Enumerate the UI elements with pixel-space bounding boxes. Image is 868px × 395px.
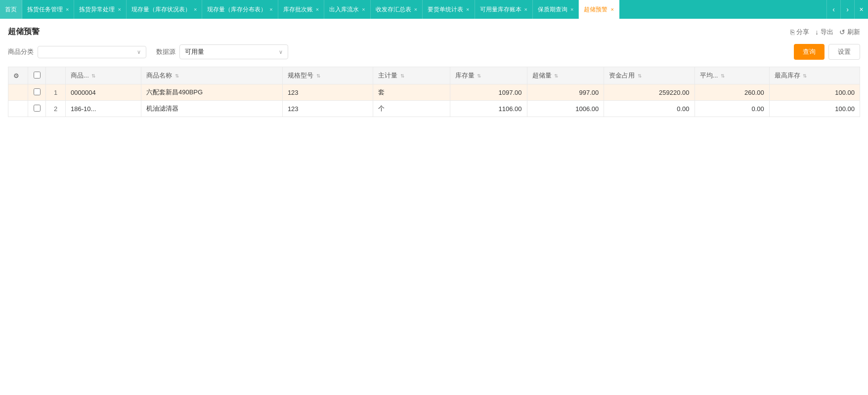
nav-in-out-flow[interactable]: 出入库流水 × (324, 0, 370, 19)
table-body: 1 0000004 六配套新昌490BPG 123 套 1097.00 997.… (8, 84, 860, 117)
close-stock-dist-icon[interactable]: × (269, 6, 272, 12)
row-overstock-qty: 1006.00 (527, 101, 604, 117)
nav-recv-summary[interactable]: 收发存汇总表 × (371, 0, 423, 19)
row-product-name: 机油滤清器 (141, 101, 282, 117)
nav-in-out-flow-label: 出入库流水 (329, 5, 359, 14)
th-product-name[interactable]: 商品名称 ⇅ (141, 67, 282, 84)
th-capital-occupied[interactable]: 资金占用 ⇅ (604, 67, 694, 84)
th-overstock-qty[interactable]: 超储量 ⇅ (527, 67, 604, 84)
close-in-out-flow-icon[interactable]: × (362, 6, 365, 12)
settings-button[interactable]: 设置 (828, 44, 860, 60)
row-product-name: 六配套新昌490BPG (141, 84, 282, 101)
row-checkbox-cell[interactable] (28, 101, 46, 117)
data-table: ⚙ 商品... ⇅ 商品名称 ⇅ 规格型号 ⇅ (8, 67, 860, 117)
nav-stock-status[interactable]: 现存量（库存状况表） × (127, 0, 202, 19)
nav-task-mgmt[interactable]: 拣货任务管理 × (22, 0, 74, 19)
nav-avail-ledger[interactable]: 可用量库存账本 × (475, 0, 533, 19)
th-max-stock-label: 最高库存 (775, 72, 800, 79)
th-overstock-qty-label: 超储量 (532, 72, 552, 79)
row-avg: 0.00 (694, 101, 769, 117)
row-spec: 123 (282, 101, 373, 117)
table-header-row: ⚙ 商品... ⇅ 商品名称 ⇅ 规格型号 ⇅ (8, 67, 860, 84)
row-checkbox-cell[interactable] (28, 84, 46, 101)
category-filter: 商品分类 ∨ (8, 46, 146, 58)
row-stock-qty: 1097.00 (450, 84, 527, 101)
row-avg: 260.00 (694, 84, 769, 101)
nav-avail-ledger-label: 可用量库存账本 (480, 5, 521, 14)
th-product-name-label: 商品名称 (146, 72, 172, 79)
th-avg-label: 平均... (700, 72, 718, 79)
nav-home-label: 首页 (5, 5, 17, 14)
row-product-code: 0000004 (66, 84, 141, 101)
nav-stock-dist-label: 现存量（库存分布表） (207, 5, 266, 14)
th-unit-label: 主计量 (378, 72, 397, 79)
page-title: 超储预警 (8, 27, 40, 37)
nav-stock-dist[interactable]: 现存量（库存分布表） × (202, 0, 278, 19)
row-capital-occupied: 259220.00 (604, 84, 694, 101)
sort-max-stock-icon: ⇅ (803, 73, 807, 79)
close-avail-ledger-icon[interactable]: × (524, 6, 527, 12)
close-abnormal-icon[interactable]: × (118, 6, 121, 12)
refresh-button[interactable]: ↺ 刷新 (839, 28, 860, 37)
th-unit[interactable]: 主计量 ⇅ (373, 67, 450, 84)
datasource-filter: 数据源 可用量 ∨ (156, 44, 288, 59)
nav-close-all-button[interactable]: × (854, 0, 868, 19)
row-checkbox[interactable] (34, 105, 41, 112)
nav-arrows: ‹ › × (826, 0, 868, 19)
nav-next-button[interactable]: › (840, 0, 854, 19)
category-chevron-icon: ∨ (137, 49, 141, 55)
th-spec[interactable]: 规格型号 ⇅ (282, 67, 373, 84)
row-settings-cell (8, 101, 28, 117)
row-overstock-qty: 997.00 (527, 84, 604, 101)
nav-abnormal[interactable]: 拣货异常处理 × (74, 0, 126, 19)
header-actions: ⎘ 分享 ↓ 导出 ↺ 刷新 (790, 28, 860, 37)
th-checkbox[interactable] (28, 67, 46, 84)
close-order-stat-icon[interactable]: × (466, 6, 469, 12)
export-label: 导出 (821, 28, 833, 37)
select-all-checkbox[interactable] (34, 72, 41, 79)
close-batch-account-icon[interactable]: × (316, 6, 319, 12)
th-capital-occupied-label: 资金占用 (609, 72, 635, 79)
close-overstock-icon[interactable]: × (610, 6, 613, 12)
th-max-stock[interactable]: 最高库存 ⇅ (769, 67, 860, 84)
main-content: 超储预警 ⎘ 分享 ↓ 导出 ↺ 刷新 商品分类 ∨ 数据源 (0, 19, 868, 395)
nav-overstock[interactable]: 超储预警 × (579, 0, 619, 19)
close-recv-summary-icon[interactable]: × (414, 6, 417, 12)
row-checkbox[interactable] (34, 88, 41, 95)
th-avg[interactable]: 平均... ⇅ (694, 67, 769, 84)
query-button[interactable]: 查询 (794, 44, 825, 60)
th-stock-qty[interactable]: 库存量 ⇅ (450, 67, 527, 84)
table-row: 2 186-10... 机油滤清器 123 个 1106.00 1006.00 … (8, 101, 860, 117)
close-stock-status-icon[interactable]: × (194, 6, 197, 12)
nav-quality-check[interactable]: 保质期查询 × (533, 0, 579, 19)
row-num: 1 (46, 84, 66, 101)
export-button[interactable]: ↓ 导出 (815, 28, 833, 37)
refresh-icon: ↺ (839, 28, 845, 36)
gear-icon: ⚙ (13, 72, 19, 79)
nav-order-stat-label: 要货单统计表 (428, 5, 463, 14)
datasource-select[interactable]: 可用量 ∨ (179, 44, 288, 59)
sort-stock-qty-icon: ⇅ (477, 73, 481, 79)
sort-overstock-qty-icon: ⇅ (554, 73, 558, 79)
share-button[interactable]: ⎘ 分享 (790, 28, 809, 37)
category-select[interactable]: ∨ (38, 46, 146, 58)
th-settings[interactable]: ⚙ (8, 67, 28, 84)
th-product-code[interactable]: 商品... ⇅ (66, 67, 141, 84)
nav-abnormal-label: 拣货异常处理 (79, 5, 115, 14)
nav-batch-account-label: 库存批次账 (283, 5, 313, 14)
sort-product-name-icon: ⇅ (175, 73, 179, 79)
close-quality-check-icon[interactable]: × (570, 6, 573, 12)
row-capital-occupied: 0.00 (604, 101, 694, 117)
close-task-mgmt-icon[interactable]: × (66, 6, 69, 12)
nav-home[interactable]: 首页 (0, 0, 22, 19)
nav-batch-account[interactable]: 库存批次账 × (278, 0, 324, 19)
filter-row: 商品分类 ∨ 数据源 可用量 ∨ 查询 设置 (8, 44, 860, 60)
nav-prev-button[interactable]: ‹ (826, 0, 840, 19)
nav-task-mgmt-label: 拣货任务管理 (27, 5, 63, 14)
category-label: 商品分类 (8, 47, 34, 56)
row-unit: 套 (373, 84, 450, 101)
row-num: 2 (46, 101, 66, 117)
nav-overstock-label: 超储预警 (584, 5, 608, 14)
nav-order-stat[interactable]: 要货单统计表 × (423, 0, 475, 19)
th-spec-label: 规格型号 (288, 72, 313, 79)
